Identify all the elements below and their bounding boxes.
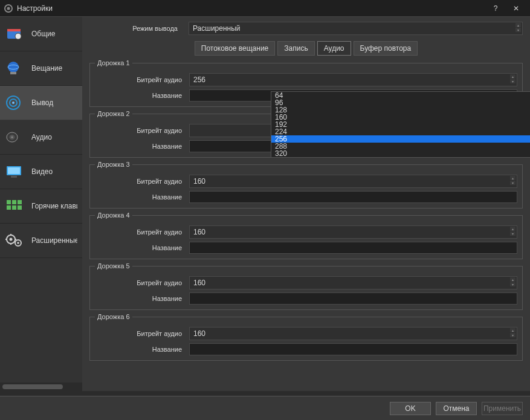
spin-down-icon: ▾ xyxy=(510,282,515,286)
spin-up-icon: ▴ xyxy=(510,227,515,231)
audio-icon xyxy=(5,128,24,147)
hotkeys-icon xyxy=(5,196,24,216)
tab-3[interactable]: Буфер повтора xyxy=(354,41,418,56)
bitrate-option[interactable]: 96 xyxy=(271,99,530,106)
svg-rect-7 xyxy=(10,72,16,74)
bitrate-label: Битрейт аудио xyxy=(95,76,184,83)
video-icon xyxy=(5,162,24,181)
track-5-name-input[interactable] xyxy=(189,292,517,305)
trackname-label: Название xyxy=(95,295,184,302)
spin-up-icon: ▴ xyxy=(510,328,515,332)
ok-button[interactable]: OK xyxy=(390,402,431,415)
spin-up-icon: ▴ xyxy=(510,176,515,180)
tab-0[interactable]: Потоковое вещание xyxy=(195,41,276,56)
track-4-bitrate-select[interactable]: 160▴▾ xyxy=(189,225,517,239)
titlebar: Настройки ? ✕ xyxy=(0,0,530,17)
track-3-name-input[interactable] xyxy=(189,191,517,203)
window-title: Настройки xyxy=(17,4,53,13)
track-3-group: Дорожка 3Битрейт аудио160▴▾Название xyxy=(89,161,523,208)
bitrate-option[interactable]: 192 xyxy=(271,121,530,128)
bitrate-value: 160 xyxy=(193,279,205,287)
spin-up-icon: ▴ xyxy=(515,23,521,27)
sidebar-item-general[interactable]: Общие xyxy=(0,17,82,51)
svg-point-4 xyxy=(15,33,21,39)
sidebar-item-video[interactable]: Видео xyxy=(0,155,82,189)
track-1-bitrate-select[interactable]: 256▴▾ xyxy=(189,73,517,86)
advanced-icon xyxy=(5,231,24,250)
bitrate-option[interactable]: 288 xyxy=(271,143,530,150)
sidebar-item-advanced[interactable]: Расширенные xyxy=(0,224,82,258)
sidebar-item-label: Вывод xyxy=(31,99,53,107)
bitrate-value: 160 xyxy=(193,329,205,338)
bitrate-value: 160 xyxy=(193,228,205,236)
track-3-bitrate-select[interactable]: 160▴▾ xyxy=(189,175,517,188)
sidebar-item-hotkeys[interactable]: Горячие клавиши xyxy=(0,189,82,224)
track-legend: Дорожка 6 xyxy=(95,313,132,320)
trackname-label: Название xyxy=(95,92,184,99)
track-legend: Дорожка 3 xyxy=(95,161,132,168)
sidebar-item-audio[interactable]: Аудио xyxy=(0,120,82,155)
trackname-label: Название xyxy=(95,346,184,353)
tab-1[interactable]: Запись xyxy=(277,41,314,56)
bitrate-label: Битрейт аудио xyxy=(95,330,184,337)
svg-rect-16 xyxy=(11,176,17,178)
spin-down-icon: ▾ xyxy=(510,181,515,185)
general-icon xyxy=(5,24,24,44)
track-5-bitrate-select[interactable]: 160▴▾ xyxy=(189,276,517,289)
bitrate-label: Битрейт аудио xyxy=(95,127,184,134)
track-5-group: Дорожка 5Битрейт аудио160▴▾Название xyxy=(89,262,523,310)
close-button[interactable]: ✕ xyxy=(506,0,526,16)
bitrate-option[interactable]: 256 xyxy=(271,135,530,143)
output-mode-value: Расширенный xyxy=(193,24,241,33)
output-tabs: Потоковое вещаниеЗаписьАудиоБуфер повтор… xyxy=(89,41,523,56)
cancel-button[interactable]: Отмена xyxy=(436,402,477,415)
sidebar-item-label: Расширенные xyxy=(31,236,77,245)
bitrate-option[interactable]: 128 xyxy=(271,106,530,114)
sidebar-scrollbar[interactable] xyxy=(0,383,82,391)
svg-rect-21 xyxy=(12,205,16,210)
svg-rect-17 xyxy=(7,200,11,204)
main-panel: Режим вывода Расширенный ▴▾ Потоковое ве… xyxy=(82,17,530,391)
spin-down-icon: ▾ xyxy=(510,333,515,337)
sidebar-item-label: Вещание xyxy=(31,64,62,73)
svg-rect-22 xyxy=(18,205,22,210)
trackname-label: Название xyxy=(95,143,184,150)
bitrate-option[interactable]: 224 xyxy=(271,128,530,135)
bitrate-label: Битрейт аудио xyxy=(95,178,184,185)
track-4-name-input[interactable] xyxy=(189,242,517,254)
svg-rect-18 xyxy=(12,200,16,204)
track-6-bitrate-select[interactable]: 160▴▾ xyxy=(189,327,517,340)
bitrate-value: 256 xyxy=(193,76,205,84)
sidebar-item-label: Аудио xyxy=(31,133,52,141)
sidebar-item-output[interactable]: Вывод xyxy=(0,86,82,120)
sidebar-item-label: Видео xyxy=(31,167,53,176)
output-mode-select[interactable]: Расширенный ▴▾ xyxy=(189,22,523,35)
stream-icon xyxy=(5,59,24,78)
track-legend: Дорожка 1 xyxy=(95,59,132,66)
output-icon xyxy=(5,93,24,112)
bitrate-option[interactable]: 64 xyxy=(271,92,530,99)
spin-down-icon: ▾ xyxy=(510,231,515,236)
scrollbar-thumb[interactable] xyxy=(2,384,63,389)
svg-point-5 xyxy=(8,62,19,73)
spin-up-icon: ▴ xyxy=(510,277,515,282)
trackname-label: Название xyxy=(95,244,184,251)
svg-point-13 xyxy=(11,137,13,138)
svg-rect-20 xyxy=(7,205,11,210)
output-mode-label: Режим вывода xyxy=(89,25,184,32)
svg-point-1 xyxy=(7,7,10,10)
track-legend: Дорожка 4 xyxy=(95,212,132,219)
sidebar-item-label: Общие xyxy=(31,30,55,38)
help-button[interactable]: ? xyxy=(485,0,506,16)
app-icon xyxy=(4,4,13,13)
track-6-name-input[interactable] xyxy=(189,343,517,355)
apply-button[interactable]: Применить xyxy=(482,402,523,415)
sidebar-item-label: Горячие клавиши xyxy=(31,202,77,210)
bitrate-dropdown[interactable]: 6496128160192224256288320 xyxy=(271,91,530,158)
spin-down-icon: ▾ xyxy=(510,79,515,83)
sidebar-item-stream[interactable]: Вещание xyxy=(0,51,82,86)
tab-2[interactable]: Аудио xyxy=(317,41,351,56)
bitrate-option[interactable]: 320 xyxy=(271,150,530,157)
sidebar: ОбщиеВещаниеВыводАудиоВидеоГорячие клави… xyxy=(0,17,82,391)
bitrate-option[interactable]: 160 xyxy=(271,114,530,121)
